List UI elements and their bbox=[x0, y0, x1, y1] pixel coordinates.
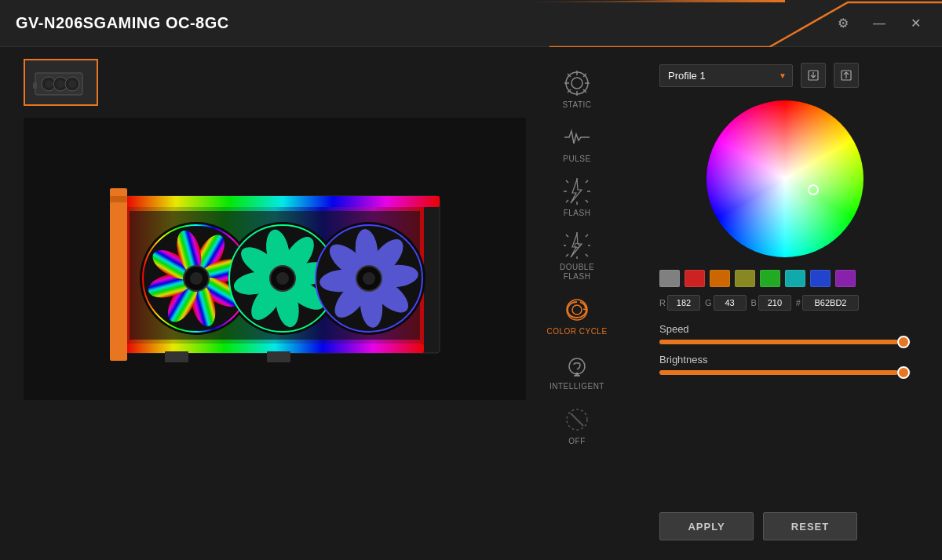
speed-slider[interactable] bbox=[659, 340, 911, 344]
svg-rect-87 bbox=[574, 375, 580, 376]
svg-point-5 bbox=[45, 80, 53, 88]
svg-line-81 bbox=[566, 254, 568, 256]
mode-static[interactable]: STATIC bbox=[542, 63, 612, 115]
speed-slider-section: Speed bbox=[659, 323, 911, 344]
window-controls: ⚙ — ✕ bbox=[832, 13, 926, 35]
g-label: G bbox=[705, 298, 712, 307]
svg-point-84 bbox=[572, 305, 582, 315]
swatch-red[interactable] bbox=[685, 270, 705, 287]
bottom-buttons: APPLY RESET bbox=[659, 512, 857, 540]
svg-rect-54 bbox=[165, 351, 188, 362]
swatch-gray[interactable] bbox=[659, 270, 680, 287]
svg-rect-13 bbox=[110, 188, 127, 361]
color-wheel-cursor[interactable] bbox=[808, 184, 819, 195]
svg-point-53 bbox=[363, 272, 375, 285]
swatch-teal[interactable] bbox=[785, 270, 805, 287]
svg-point-57 bbox=[571, 78, 582, 89]
svg-line-70 bbox=[566, 180, 568, 183]
swatch-orange[interactable] bbox=[710, 270, 730, 287]
svg-line-78 bbox=[566, 235, 568, 237]
b-input[interactable] bbox=[758, 295, 791, 311]
r-input[interactable] bbox=[667, 295, 700, 311]
color-swatches bbox=[659, 270, 911, 287]
mode-flash[interactable]: FLASH bbox=[542, 171, 612, 224]
svg-line-72 bbox=[586, 180, 588, 183]
svg-line-73 bbox=[566, 200, 568, 202]
svg-point-29 bbox=[190, 272, 203, 285]
color-wheel-container[interactable] bbox=[706, 100, 864, 257]
color-wheel[interactable] bbox=[706, 100, 864, 257]
svg-point-7 bbox=[68, 80, 76, 88]
svg-rect-55 bbox=[267, 351, 290, 362]
profile-export-button[interactable] bbox=[834, 63, 859, 88]
svg-line-89 bbox=[571, 413, 583, 426]
profile-import-button[interactable] bbox=[801, 63, 826, 88]
speed-label: Speed bbox=[659, 323, 911, 335]
close-button[interactable]: ✕ bbox=[904, 13, 926, 35]
brightness-slider-section: Brightness bbox=[659, 354, 911, 375]
r-input-group: R bbox=[659, 295, 700, 311]
svg-line-79 bbox=[586, 254, 588, 256]
hex-input-group: # bbox=[796, 295, 859, 311]
rgb-inputs: R G B # bbox=[659, 295, 911, 311]
mode-double-flash[interactable]: DOUBLE FLASH bbox=[542, 225, 612, 288]
swatch-purple[interactable] bbox=[835, 270, 856, 287]
right-panel: Profile 1 Profile 2 Profile 3 bbox=[659, 63, 911, 384]
hex-label: # bbox=[796, 298, 801, 307]
svg-rect-9 bbox=[126, 196, 440, 207]
modes-panel: STATIC PULSE FLASH bbox=[542, 63, 612, 452]
svg-rect-86 bbox=[575, 373, 579, 375]
svg-point-6 bbox=[57, 80, 64, 88]
svg-point-82 bbox=[575, 243, 579, 248]
brightness-slider-thumb[interactable] bbox=[897, 366, 910, 379]
speed-slider-thumb[interactable] bbox=[897, 336, 910, 348]
mode-pulse[interactable]: PULSE bbox=[542, 117, 612, 169]
hex-input[interactable] bbox=[802, 295, 859, 311]
svg-rect-14 bbox=[110, 196, 127, 202]
svg-rect-1 bbox=[33, 82, 37, 89]
apply-button[interactable]: APPLY bbox=[659, 512, 754, 540]
mode-intelligent[interactable]: INTELLIGENT bbox=[542, 344, 612, 398]
swatch-blue[interactable] bbox=[810, 270, 831, 287]
reset-button[interactable]: RESET bbox=[763, 512, 857, 540]
profile-row: Profile 1 Profile 2 Profile 3 bbox=[659, 63, 911, 88]
svg-line-80 bbox=[586, 235, 588, 237]
brightness-slider-fill bbox=[659, 370, 898, 375]
b-label: B bbox=[751, 298, 757, 307]
svg-line-71 bbox=[586, 200, 588, 202]
r-label: R bbox=[659, 298, 666, 307]
window-title: GV-N206SGAMING OC-8GC bbox=[16, 14, 229, 32]
profile-select-wrapper[interactable]: Profile 1 Profile 2 Profile 3 bbox=[659, 64, 793, 87]
minimize-button[interactable]: — bbox=[868, 13, 890, 35]
svg-point-41 bbox=[276, 272, 289, 285]
svg-point-85 bbox=[569, 358, 585, 374]
swatch-green[interactable] bbox=[760, 270, 780, 287]
gpu-thumbnail[interactable] bbox=[24, 59, 98, 106]
g-input-group: G bbox=[705, 295, 747, 311]
b-input-group: B bbox=[751, 295, 791, 311]
profile-select[interactable]: Profile 1 Profile 2 Profile 3 bbox=[659, 64, 793, 87]
settings-button[interactable]: ⚙ bbox=[832, 13, 854, 35]
gpu-display bbox=[24, 118, 526, 400]
brightness-label: Brightness bbox=[659, 354, 911, 365]
speed-slider-fill bbox=[659, 340, 898, 344]
mode-off[interactable]: OFF bbox=[542, 399, 612, 452]
g-input[interactable] bbox=[714, 295, 747, 311]
titlebar: GV-N206SGAMING OC-8GC ⚙ — ✕ bbox=[0, 0, 942, 47]
swatch-olive[interactable] bbox=[735, 270, 755, 287]
brightness-slider[interactable] bbox=[659, 370, 911, 375]
mode-color-cycle[interactable]: COLOR CYCLE bbox=[542, 289, 612, 343]
